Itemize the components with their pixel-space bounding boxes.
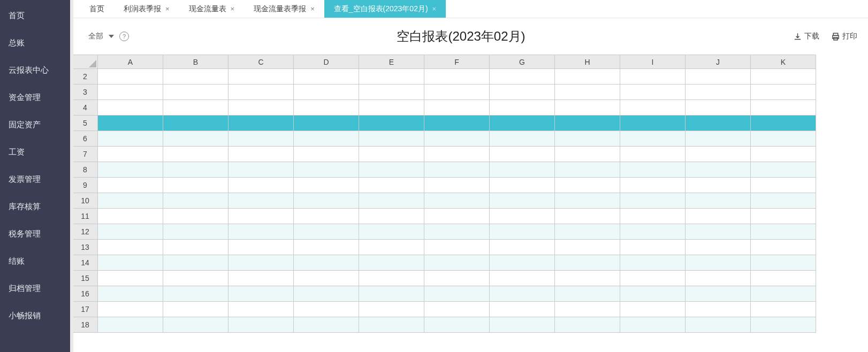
cell-C4[interactable] <box>229 100 294 116</box>
cell-C10[interactable] <box>229 193 294 209</box>
cell-C5[interactable] <box>229 116 294 131</box>
row-header-15[interactable]: 15 <box>73 271 98 286</box>
cell-C18[interactable] <box>229 317 294 333</box>
cell-I13[interactable] <box>620 240 686 255</box>
cell-B5[interactable] <box>163 116 229 131</box>
cell-H6[interactable] <box>555 131 620 147</box>
cell-K4[interactable] <box>751 100 816 116</box>
cell-I8[interactable] <box>620 162 686 178</box>
cell-C9[interactable] <box>229 178 294 193</box>
cell-B8[interactable] <box>163 162 229 178</box>
cell-I12[interactable] <box>620 224 686 240</box>
cell-H18[interactable] <box>555 317 620 333</box>
cell-E4[interactable] <box>359 100 424 116</box>
cell-D9[interactable] <box>294 178 359 193</box>
close-icon[interactable]: × <box>231 5 235 13</box>
cell-J17[interactable] <box>686 302 751 317</box>
cell-G2[interactable] <box>490 69 555 85</box>
cell-K14[interactable] <box>751 255 816 271</box>
cell-J11[interactable] <box>686 209 751 224</box>
cell-K15[interactable] <box>751 271 816 286</box>
cell-J6[interactable] <box>686 131 751 147</box>
cell-D12[interactable] <box>294 224 359 240</box>
row-header-17[interactable]: 17 <box>73 302 98 317</box>
cell-D6[interactable] <box>294 131 359 147</box>
cell-B14[interactable] <box>163 255 229 271</box>
col-header-H[interactable]: H <box>555 55 620 69</box>
cell-H16[interactable] <box>555 286 620 302</box>
chevron-down-icon[interactable] <box>109 35 114 38</box>
cell-K2[interactable] <box>751 69 816 85</box>
cell-F4[interactable] <box>424 100 490 116</box>
cell-G17[interactable] <box>490 302 555 317</box>
cell-I14[interactable] <box>620 255 686 271</box>
row-header-9[interactable]: 9 <box>73 178 98 193</box>
cell-H9[interactable] <box>555 178 620 193</box>
cell-F10[interactable] <box>424 193 490 209</box>
cell-A17[interactable] <box>98 302 163 317</box>
cell-E7[interactable] <box>359 147 424 162</box>
cell-I10[interactable] <box>620 193 686 209</box>
close-icon[interactable]: × <box>165 5 170 13</box>
cell-F16[interactable] <box>424 286 490 302</box>
cell-F9[interactable] <box>424 178 490 193</box>
row-header-14[interactable]: 14 <box>73 255 98 271</box>
cell-B17[interactable] <box>163 302 229 317</box>
cell-H14[interactable] <box>555 255 620 271</box>
sidebar-item-4[interactable]: 固定资产 <box>0 111 70 139</box>
row-header-16[interactable]: 16 <box>73 286 98 302</box>
cell-D8[interactable] <box>294 162 359 178</box>
row-header-2[interactable]: 2 <box>73 69 98 85</box>
tab-4[interactable]: 查看_空白报表(2023年02月)× <box>324 0 446 18</box>
cell-E14[interactable] <box>359 255 424 271</box>
cell-I2[interactable] <box>620 69 686 85</box>
sidebar-item-7[interactable]: 库存核算 <box>0 193 70 220</box>
cell-B16[interactable] <box>163 286 229 302</box>
cell-H12[interactable] <box>555 224 620 240</box>
cell-H4[interactable] <box>555 100 620 116</box>
cell-C14[interactable] <box>229 255 294 271</box>
cell-E11[interactable] <box>359 209 424 224</box>
col-header-J[interactable]: J <box>686 55 751 69</box>
cell-A16[interactable] <box>98 286 163 302</box>
cell-E17[interactable] <box>359 302 424 317</box>
cell-I11[interactable] <box>620 209 686 224</box>
row-header-18[interactable]: 18 <box>73 317 98 333</box>
cell-K17[interactable] <box>751 302 816 317</box>
row-header-11[interactable]: 11 <box>73 209 98 224</box>
cell-I15[interactable] <box>620 271 686 286</box>
sidebar-item-1[interactable]: 总账 <box>0 29 70 57</box>
cell-K10[interactable] <box>751 193 816 209</box>
cell-K11[interactable] <box>751 209 816 224</box>
cell-H5[interactable] <box>555 116 620 131</box>
cell-G9[interactable] <box>490 178 555 193</box>
cell-D16[interactable] <box>294 286 359 302</box>
cell-B7[interactable] <box>163 147 229 162</box>
cell-G15[interactable] <box>490 271 555 286</box>
sidebar-item-10[interactable]: 归档管理 <box>0 275 70 302</box>
cell-E16[interactable] <box>359 286 424 302</box>
cell-B18[interactable] <box>163 317 229 333</box>
row-header-10[interactable]: 10 <box>73 193 98 209</box>
cell-B15[interactable] <box>163 271 229 286</box>
cell-A14[interactable] <box>98 255 163 271</box>
row-header-8[interactable]: 8 <box>73 162 98 178</box>
cell-I18[interactable] <box>620 317 686 333</box>
cell-E13[interactable] <box>359 240 424 255</box>
sidebar-item-0[interactable]: 首页 <box>0 2 70 29</box>
cell-H17[interactable] <box>555 302 620 317</box>
tab-3[interactable]: 现金流量表季报× <box>244 0 324 18</box>
cell-H8[interactable] <box>555 162 620 178</box>
cell-H2[interactable] <box>555 69 620 85</box>
cell-H3[interactable] <box>555 85 620 100</box>
cell-J4[interactable] <box>686 100 751 116</box>
download-button[interactable]: 下载 <box>793 32 819 41</box>
cell-K18[interactable] <box>751 317 816 333</box>
cell-I3[interactable] <box>620 85 686 100</box>
cell-G5[interactable] <box>490 116 555 131</box>
cell-H11[interactable] <box>555 209 620 224</box>
cell-D14[interactable] <box>294 255 359 271</box>
cell-J18[interactable] <box>686 317 751 333</box>
cell-A12[interactable] <box>98 224 163 240</box>
cell-A8[interactable] <box>98 162 163 178</box>
